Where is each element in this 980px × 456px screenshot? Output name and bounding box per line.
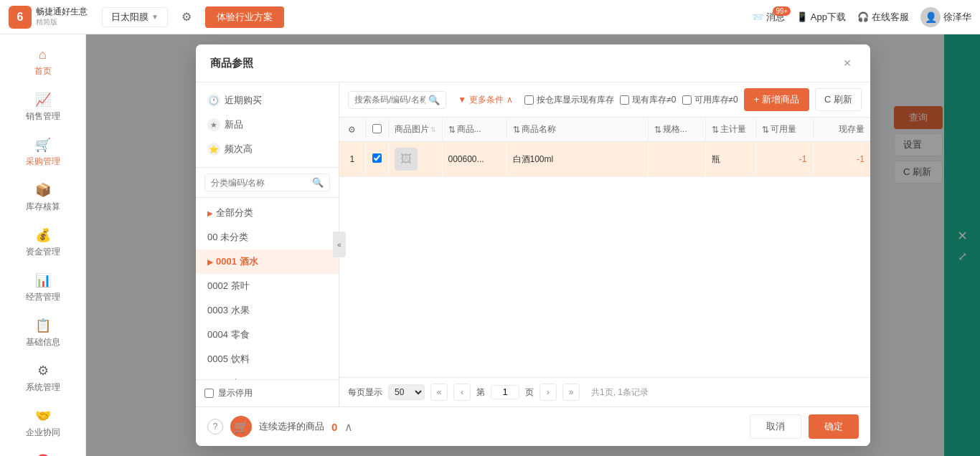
category-snack-label: 0004 零食 <box>207 328 250 341</box>
sidebar-item-collab[interactable]: 🤝 企业协同 <box>0 401 85 446</box>
content-area: 查询 设置 C 刷新 ✕ ⤢ 商品参照 × <box>86 34 980 456</box>
row-checkbox[interactable] <box>372 153 382 163</box>
available-stock-checkbox[interactable] <box>682 95 692 105</box>
col-header-available: ⇅ 可用量 <box>755 118 813 142</box>
row-stock: -1 <box>813 142 870 177</box>
settings-gear-icon[interactable]: ⚙ <box>348 125 356 135</box>
sidebar-label-finance: 资金管理 <box>26 246 60 258</box>
col-header-spec: ⇅ 规格... <box>648 118 705 142</box>
sidebar-item-sales[interactable]: 📈 销售管理 <box>0 85 85 130</box>
col-spec-sort-icon: ⇅ <box>654 125 661 135</box>
sidebar-item-home[interactable]: ⌂ 首页 <box>0 40 85 85</box>
user-nav-item[interactable]: 👤 徐泽华 <box>920 7 971 27</box>
category-search-box: 🔍 <box>204 174 330 191</box>
arrow-icon-active: ▶ <box>207 258 213 266</box>
product-table-area: ⚙ 商品图片 <box>339 118 870 377</box>
sidebar-item-purchase[interactable]: 🛒 采购管理 <box>0 130 85 175</box>
mobile-icon: 📱 <box>796 11 808 22</box>
row-name: 白酒100ml <box>507 142 648 177</box>
sidebar-label-basic: 基础信息 <box>26 336 60 348</box>
last-page-button[interactable]: » <box>562 384 580 401</box>
online-service-nav-item[interactable]: 🎧 在线客服 <box>857 11 909 24</box>
selected-count: 0 <box>331 421 337 433</box>
clock-icon: 🕐 <box>207 94 220 107</box>
next-page-button[interactable]: › <box>540 384 557 401</box>
per-page-select[interactable]: 50 100 200 <box>388 384 425 400</box>
category-search-input[interactable] <box>211 178 309 188</box>
collapse-footer-icon[interactable]: ∧ <box>344 420 353 434</box>
add-product-button[interactable]: + 新增商品 <box>744 88 809 111</box>
warehouse-stock-checkbox[interactable] <box>524 95 534 105</box>
existing-stock-checkbox[interactable] <box>620 95 629 105</box>
trial-button[interactable]: 体验行业方案 <box>205 6 284 28</box>
refresh-button[interactable]: C 刷新 <box>815 88 862 111</box>
help-icon[interactable]: ? <box>207 419 223 434</box>
app-download-nav-item[interactable]: 📱 App下载 <box>796 11 846 24</box>
main-layout: ⌂ 首页 📈 销售管理 🛒 采购管理 📦 库存核算 💰 资金管理 📊 经营管理 … <box>0 34 980 456</box>
sidebar-item-business[interactable]: 📊 经营管理 <box>0 265 85 310</box>
sidebar-item-inventory[interactable]: 📦 库存核算 <box>0 175 85 220</box>
warehouse-stock-checkbox-group: 按仓库显示现有库存 <box>524 94 614 106</box>
selected-label: 连续选择的商品 <box>259 420 324 433</box>
product-search-input[interactable] <box>354 95 425 105</box>
sidebar-item-guide[interactable]: 🎯 新手引导 <box>0 446 85 456</box>
top-navigation: 6 畅捷通好生意 精简版 日太阳膜 ▼ ⚙ 体验行业方案 📨 消息 99+ 📱 … <box>0 0 980 34</box>
quick-nav-recent-label: 近期购买 <box>225 94 262 107</box>
table-row[interactable]: 1 🖼 000600... 白酒100ml <box>339 142 870 177</box>
toolbar: 🔍 ▼ 更多条件 ∧ 按仓库显示现有库存 <box>339 82 870 118</box>
store-selector[interactable]: 日太阳膜 ▼ <box>102 7 168 27</box>
cancel-button[interactable]: 取消 <box>750 414 801 439</box>
confirm-button[interactable]: 确定 <box>809 414 859 439</box>
category-liquor-label: 0001 酒水 <box>216 255 258 268</box>
messages-nav-item[interactable]: 📨 消息 99+ <box>752 11 785 24</box>
first-page-button[interactable]: « <box>430 384 448 401</box>
total-info: 共1页, 1条记录 <box>591 386 649 399</box>
category-search-icon[interactable]: 🔍 <box>312 177 324 188</box>
category-beverage[interactable]: 0005 饮料 <box>196 347 339 371</box>
quick-nav-new[interactable]: ★ 新品 <box>196 113 339 137</box>
quick-nav-frequent-label: 频次高 <box>225 143 253 156</box>
show-disabled-label: 显示停用 <box>218 387 253 399</box>
basic-icon: 📋 <box>35 318 51 333</box>
col-header-num: ⚙ <box>339 118 365 142</box>
page-number-input[interactable] <box>491 385 519 399</box>
sidebar-label-home: 首页 <box>34 65 52 77</box>
finance-icon: 💰 <box>35 227 51 243</box>
sidebar-label-sales: 销售管理 <box>26 110 60 123</box>
category-tea[interactable]: 0002 茶叶 <box>196 274 339 298</box>
pagination: 每页显示 50 100 200 « ‹ 第 页 › <box>339 377 870 407</box>
category-unclassified[interactable]: 00 未分类 <box>196 225 339 250</box>
prev-page-button[interactable]: ‹ <box>453 384 471 401</box>
category-fruit[interactable]: 0003 水果 <box>196 298 339 323</box>
search-icon[interactable]: 🔍 <box>428 95 440 105</box>
sidebar-item-basic[interactable]: 📋 基础信息 <box>0 310 85 356</box>
category-liquor[interactable]: ▶ 0001 酒水 <box>196 250 339 274</box>
sidebar-label-system: 系统管理 <box>26 381 60 394</box>
modal-title: 商品参照 <box>210 57 253 70</box>
modal-close-button[interactable]: × <box>839 54 856 72</box>
show-disabled-checkbox[interactable] <box>204 389 214 398</box>
quick-nav-frequent[interactable]: ⭐ 频次高 <box>196 137 339 161</box>
collapse-panel-button[interactable]: « <box>333 232 346 257</box>
more-filter-button[interactable]: ▼ 更多条件 ∧ <box>452 91 519 109</box>
category-all[interactable]: ▶ 全部分类 <box>196 201 339 225</box>
category-snack[interactable]: 0004 零食 <box>196 323 339 347</box>
modal-overlay: 商品参照 × 🕐 近期购买 ★ <box>86 34 980 456</box>
store-name: 日太阳膜 <box>111 11 149 24</box>
cart-icon: 🛒 <box>234 420 248 434</box>
home-icon: ⌂ <box>39 47 47 62</box>
sidebar-item-system[interactable]: ⚙ 系统管理 <box>0 356 85 401</box>
arrow-icon: ▶ <box>207 209 213 217</box>
table-header-row: ⚙ 商品图片 <box>339 118 870 142</box>
cart-button[interactable]: 🛒 <box>230 416 252 437</box>
quick-nav: 🕐 近期购买 ★ 新品 ⭐ 频次高 <box>196 82 339 168</box>
select-all-checkbox[interactable] <box>372 124 382 133</box>
quick-nav-new-label: 新品 <box>225 118 243 131</box>
col-unit-sort-icon: ⇅ <box>712 125 719 135</box>
settings-icon[interactable]: ⚙ <box>175 6 198 29</box>
purchase-icon: 🛒 <box>35 137 51 153</box>
modal-footer: ? 🛒 连续选择的商品 0 ∧ 取消 确定 <box>196 407 870 446</box>
category-water[interactable]: 0008 水 <box>196 371 339 379</box>
quick-nav-recent[interactable]: 🕐 近期购买 <box>196 88 339 113</box>
sidebar-item-finance[interactable]: 💰 资金管理 <box>0 220 85 265</box>
